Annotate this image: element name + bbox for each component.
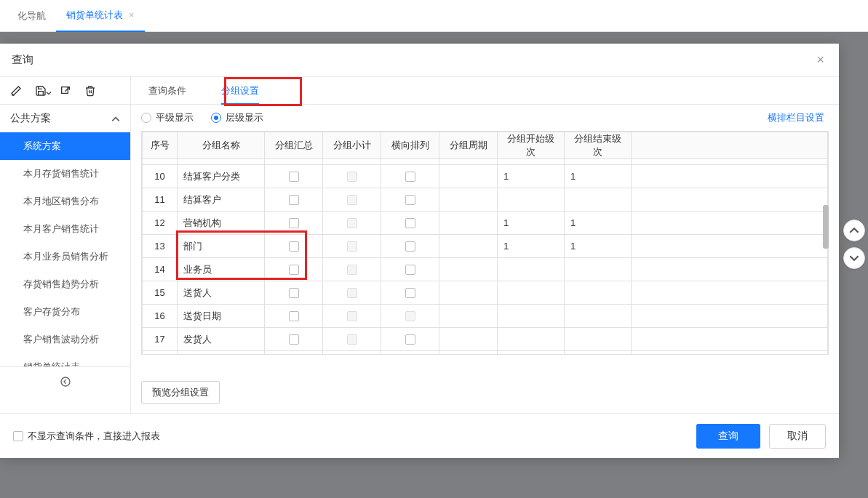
cell-sub[interactable] [323,188,381,212]
sidebar-collapse[interactable] [0,366,130,395]
table-row[interactable]: 14业务员 [143,258,828,281]
checkbox-icon[interactable] [289,311,299,321]
scroll-up-button[interactable] [843,220,865,241]
cell-rest [632,281,828,305]
cell-sum[interactable] [265,305,323,328]
sidebar-item[interactable]: 客户存货分布 [0,298,130,326]
delete-icon[interactable] [84,85,96,97]
edit-icon[interactable] [10,85,22,97]
cell-idx: 16 [143,305,178,328]
table-scroll[interactable]: 序号 分组名称 分组汇总 分组小计 横向排列 分组周期 分组开始级次 分组结束级… [141,131,829,355]
checkbox-icon[interactable] [289,218,299,228]
cell-h[interactable] [381,281,439,305]
cell-h[interactable] [381,212,439,235]
cell-sub[interactable] [323,328,381,351]
cancel-button[interactable]: 取消 [769,424,826,449]
checkbox-icon[interactable] [405,334,415,345]
table-row[interactable]: 15送货人 [143,281,828,305]
cell-h[interactable] [381,351,439,356]
table-row[interactable]: 18项目分类11 [143,351,828,356]
side-nav-buttons [843,220,865,269]
checkbox-icon[interactable] [405,195,415,205]
checkbox-icon[interactable] [289,195,299,205]
preview-group-button[interactable]: 预览分组设置 [141,381,220,404]
checkbox-icon[interactable] [289,241,299,252]
table-row[interactable]: 10结算客户分类11 [143,165,828,188]
cell-rest [632,165,828,188]
cell-rest [632,328,828,351]
radio-level-display[interactable]: 层级显示 [211,111,263,124]
top-tab-report[interactable]: 销货单统计表 × [56,0,145,32]
cell-sum[interactable] [265,235,323,258]
cell-h[interactable] [381,165,439,188]
cell-sub[interactable] [323,235,381,258]
cell-name: 发货人 [178,328,265,351]
chevron-up-icon [111,114,120,123]
checkbox-icon [347,311,357,321]
cell-sum[interactable] [265,212,323,235]
cell-name: 送货人 [178,281,265,305]
checkbox-icon [347,334,357,345]
checkbox-icon[interactable] [289,288,299,298]
checkbox-icon[interactable] [405,265,415,275]
table-row[interactable]: 11结算客户 [143,188,828,212]
cell-sub[interactable] [323,212,381,235]
sidebar-item[interactable]: 本月地区销售分布 [0,188,130,215]
cell-sub[interactable] [323,305,381,328]
tab-query-conditions[interactable]: 查询条件 [131,77,204,105]
cell-sum[interactable] [265,281,323,305]
cell-cycle [439,188,498,212]
th-sub: 分组小计 [323,132,381,159]
cell-sum[interactable] [265,188,323,212]
table-row[interactable]: 13部门11 [143,235,828,258]
skip-conditions-checkbox[interactable]: 不显示查询条件，直接进入报表 [13,430,160,443]
query-button[interactable]: 查询 [696,424,760,449]
cell-h[interactable] [381,258,439,281]
sidebar-item[interactable]: 本月存货销售统计 [0,160,130,188]
cell-sub[interactable] [323,165,381,188]
sidebar-item[interactable]: 存货销售趋势分析 [0,270,130,298]
cell-sum[interactable] [265,258,323,281]
close-icon[interactable]: × [813,49,827,71]
cell-h[interactable] [381,305,439,328]
export-icon[interactable] [60,85,71,97]
scroll-down-button[interactable] [843,247,865,269]
cell-sum[interactable] [265,328,323,351]
radio-icon [141,113,151,123]
sidebar-item[interactable]: 客户销售波动分析 [0,326,130,353]
scrollbar-thumb[interactable] [823,205,829,249]
tab-group-settings[interactable]: 分组设置 [204,77,276,105]
checkbox-icon[interactable] [405,172,415,182]
checkbox-icon[interactable] [405,288,415,298]
top-tab-nav[interactable]: 化导航 [7,0,56,32]
checkbox-icon[interactable] [289,172,299,182]
cell-h[interactable] [381,188,439,212]
table-row[interactable]: 17发货人 [143,328,828,351]
table-row[interactable]: 12营销机构11 [143,212,828,235]
cell-h[interactable] [381,328,439,351]
cell-name: 营销机构 [178,212,265,235]
checkbox-icon[interactable] [405,218,415,228]
column-settings-link[interactable]: 横排栏目设置 [768,111,829,124]
cell-h[interactable] [381,235,439,258]
sidebar-section-header[interactable]: 公共方案 [0,105,130,132]
sidebar-item[interactable]: 系统方案 [0,132,130,160]
cell-sub[interactable] [323,281,381,305]
sidebar-item[interactable]: 本月业务员销售分析 [0,243,130,270]
table-row[interactable]: 16送货日期 [143,305,828,328]
sidebar-item[interactable]: 销货单统计表 [0,353,130,366]
checkbox-icon [405,311,415,321]
checkbox-icon[interactable] [289,334,299,345]
cell-sum[interactable] [265,165,323,188]
checkbox-icon[interactable] [289,265,299,275]
save-icon[interactable] [35,85,47,97]
checkbox-icon[interactable] [405,241,415,252]
close-icon[interactable]: × [129,9,135,20]
modal-footer: 不显示查询条件，直接进入报表 查询 取消 [0,413,839,458]
cell-cycle [439,328,498,351]
cell-sub[interactable] [323,351,381,356]
cell-sum[interactable] [265,351,323,356]
cell-sub[interactable] [323,258,381,281]
radio-flat-display[interactable]: 平级显示 [141,111,194,124]
sidebar-item[interactable]: 本月客户销售统计 [0,215,130,243]
